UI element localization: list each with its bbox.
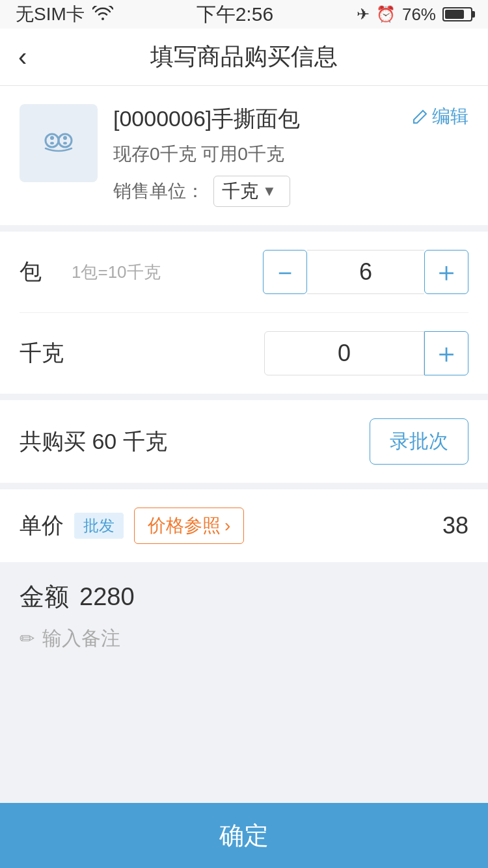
chevron-down-icon: ▼ xyxy=(262,183,277,200)
chevron-right-icon: › xyxy=(224,515,230,536)
product-thumbnail xyxy=(20,104,98,182)
edit-label: 编辑 xyxy=(432,104,468,129)
note-row[interactable]: ✏ 输入备注 xyxy=(20,625,468,652)
confirm-label: 确定 xyxy=(219,819,269,852)
amount-label: 金额 xyxy=(20,580,69,614)
status-left: 无SIM卡 xyxy=(16,2,113,27)
bao-hint: 1包=10千克 xyxy=(72,261,263,284)
quantity-section: 包 1包=10千克 － ＋ 千克 ＋ xyxy=(0,232,488,394)
record-batch-button[interactable]: 录批次 xyxy=(370,418,468,465)
svg-point-3 xyxy=(63,136,67,140)
svg-point-2 xyxy=(50,136,54,140)
bao-minus-button[interactable]: － xyxy=(263,250,307,294)
edit-button[interactable]: 编辑 xyxy=(413,104,468,129)
bao-plus-button[interactable]: ＋ xyxy=(424,250,468,294)
price-value: 38 xyxy=(442,512,468,539)
total-section: 共购买 60 千克 录批次 xyxy=(0,394,488,483)
carrier-text: 无SIM卡 xyxy=(16,2,85,27)
confirm-button[interactable]: 确定 xyxy=(0,803,488,868)
price-left: 单价 批发 价格参照 › xyxy=(20,508,244,544)
pencil-icon: ✏ xyxy=(20,628,34,649)
page-title: 填写商品购买信息 xyxy=(150,41,338,73)
kg-controls: ＋ xyxy=(264,331,468,375)
kg-label: 千克 xyxy=(20,338,264,368)
amount-value: 2280 xyxy=(79,583,135,611)
time-text: 下午2:56 xyxy=(197,1,273,28)
bao-quantity-row: 包 1包=10千克 － ＋ xyxy=(20,232,468,313)
price-ref-button[interactable]: 价格参照 › xyxy=(134,508,244,544)
battery-icon xyxy=(442,7,472,21)
kg-input[interactable] xyxy=(264,331,424,375)
product-card: [0000006]手撕面包 编辑 现存0千克 可用0千克 销售单位： 千克 ▼ xyxy=(0,86,488,232)
kg-quantity-row: 千克 ＋ xyxy=(20,313,468,394)
status-right: ✈ ⏰ 76% xyxy=(357,5,472,25)
status-bar: 无SIM卡 下午2:56 ✈ ⏰ 76% xyxy=(0,0,488,29)
amount-section: 金额 2280 ✏ 输入备注 xyxy=(0,562,488,665)
nav-bar: ‹ 填写商品购买信息 xyxy=(0,29,488,86)
note-placeholder: 输入备注 xyxy=(42,625,120,652)
unit-value: 千克 xyxy=(222,179,258,204)
battery-percent: 76% xyxy=(402,5,436,25)
product-info: [0000006]手撕面包 编辑 现存0千克 可用0千克 销售单位： 千克 ▼ xyxy=(113,104,468,207)
location-icon: ✈ xyxy=(357,5,370,23)
product-name-row: [0000006]手撕面包 编辑 xyxy=(113,104,468,134)
kg-plus-button[interactable]: ＋ xyxy=(424,331,468,375)
content-area: [0000006]手撕面包 编辑 现存0千克 可用0千克 销售单位： 千克 ▼ xyxy=(0,86,488,868)
amount-row: 金额 2280 xyxy=(20,580,468,614)
bao-controls: － ＋ xyxy=(263,250,468,294)
product-name: [0000006]手撕面包 xyxy=(113,104,413,134)
price-ref-label: 价格参照 xyxy=(148,513,221,538)
bao-label: 包 xyxy=(20,257,72,287)
alarm-icon: ⏰ xyxy=(376,5,396,23)
total-text: 共购买 60 千克 xyxy=(20,427,167,457)
svg-point-5 xyxy=(63,142,67,144)
batch-tag: 批发 xyxy=(74,513,124,539)
unit-label: 销售单位： xyxy=(113,179,204,204)
price-label: 单价 xyxy=(20,511,64,541)
unit-select[interactable]: 千克 ▼ xyxy=(213,176,290,207)
wifi-icon xyxy=(92,5,113,25)
back-button[interactable]: ‹ xyxy=(18,42,27,72)
svg-point-4 xyxy=(50,142,54,144)
product-unit-row: 销售单位： 千克 ▼ xyxy=(113,176,468,207)
bao-input[interactable] xyxy=(307,250,424,294)
product-stock: 现存0千克 可用0千克 xyxy=(113,142,468,167)
price-section: 单价 批发 价格参照 › 38 xyxy=(0,483,488,562)
